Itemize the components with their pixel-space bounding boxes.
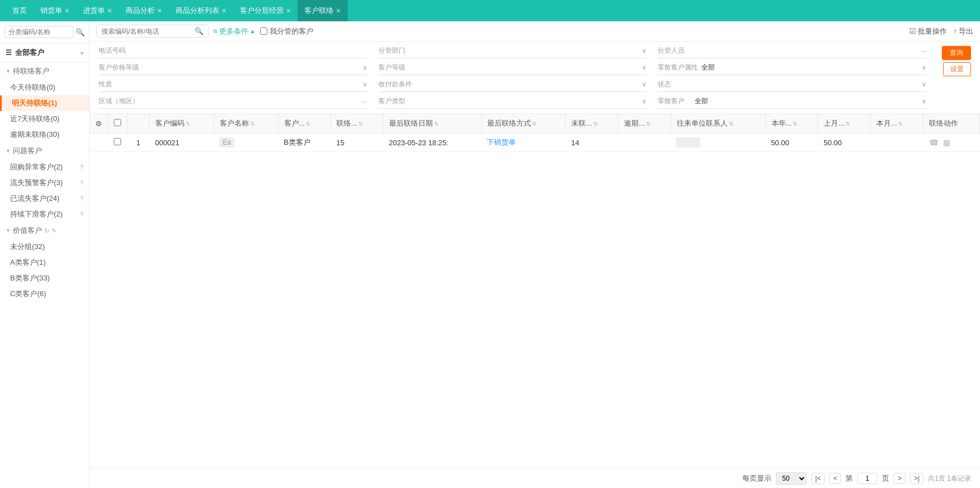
sidebar-item-tomorrow[interactable]: 明天待联络(1) bbox=[0, 95, 89, 111]
adv-customer-level-input[interactable] bbox=[415, 64, 640, 72]
sidebar-all-customers[interactable]: ☰ 全部客户 « bbox=[0, 43, 89, 63]
col-overdue[interactable]: 逾期...⇅ bbox=[618, 114, 671, 133]
repurchase-help-icon[interactable]: ? bbox=[80, 164, 84, 171]
adv-region-input[interactable] bbox=[142, 98, 359, 105]
col-last-date-sort[interactable]: ⇅ bbox=[434, 121, 438, 127]
col-name[interactable]: 客户名称⇅ bbox=[214, 114, 278, 133]
page-input[interactable] bbox=[857, 473, 877, 484]
col-contact-person[interactable]: 往来单位联系人⇅ bbox=[671, 114, 765, 133]
sidebar-item-repurchase[interactable]: 回购异常客户(2) ? bbox=[0, 159, 89, 175]
value-refresh-icon[interactable]: ↻ bbox=[44, 227, 49, 234]
sidebar-collapse-icon[interactable]: « bbox=[80, 49, 84, 56]
nav-purchase-close[interactable]: ✕ bbox=[107, 7, 112, 15]
adv-scatter-customer-arrow[interactable]: ∨ bbox=[922, 98, 926, 105]
row-last-method-link[interactable]: 下销货单 bbox=[487, 138, 516, 146]
adv-manager-input[interactable] bbox=[695, 47, 918, 55]
sidebar-search-icon[interactable]: 🔍 bbox=[76, 28, 85, 36]
col-last-method[interactable]: 最后联络方式⇅ bbox=[481, 114, 566, 133]
sidebar-section-pending[interactable]: 待联络客户 bbox=[0, 63, 89, 80]
value-edit-icon[interactable]: ✎ bbox=[52, 227, 57, 234]
action-contact-icon[interactable]: ☎ bbox=[929, 138, 939, 147]
action-more-icon[interactable]: ▦ bbox=[943, 138, 950, 147]
my-customer-checkbox-area[interactable]: 我分管的客户 bbox=[260, 26, 313, 36]
sidebar-item-class-c[interactable]: C类客户(6) bbox=[0, 286, 89, 302]
adv-phone-input[interactable] bbox=[136, 47, 367, 55]
col-type[interactable]: 客户...⇅ bbox=[278, 114, 331, 133]
nav-sales-close[interactable]: ✕ bbox=[64, 7, 70, 15]
churn-warn-help-icon[interactable]: ? bbox=[80, 179, 84, 186]
col-this-month[interactable]: 本月...⇅ bbox=[871, 114, 923, 133]
adv-manager-dots[interactable]: ··· bbox=[921, 47, 926, 55]
col-name-sort[interactable]: ⇅ bbox=[250, 121, 255, 127]
col-uncontact[interactable]: 未联...⇅ bbox=[566, 114, 618, 133]
adv-payment-input[interactable] bbox=[415, 81, 640, 89]
sidebar-item-overdue[interactable]: 逾期未联络(30) bbox=[0, 127, 89, 142]
more-filter-button[interactable]: ≡ 更多条件 ▲ bbox=[213, 26, 256, 36]
nav-customer-contact[interactable]: 客户联络 ✕ bbox=[298, 0, 348, 21]
sidebar-section-problem[interactable]: 问题客户 bbox=[0, 142, 89, 159]
settings-button[interactable]: 设置 bbox=[943, 62, 971, 76]
col-contact-count[interactable]: 联络...⇅ bbox=[331, 114, 383, 133]
adv-customer-type-input[interactable] bbox=[415, 98, 640, 105]
col-last-month-sort[interactable]: ⇅ bbox=[845, 121, 850, 127]
sidebar-item-class-a[interactable]: A类客户(1) bbox=[0, 255, 89, 270]
adv-nature-arrow[interactable]: ∨ bbox=[363, 81, 367, 88]
next-page-btn[interactable]: > bbox=[894, 473, 905, 484]
row-checkbox-0[interactable] bbox=[114, 138, 121, 145]
col-last-month[interactable]: 上月...⇅ bbox=[818, 114, 871, 133]
query-button[interactable]: 查询 bbox=[942, 46, 971, 60]
my-customer-checkbox[interactable] bbox=[260, 27, 267, 35]
adv-customer-type-arrow[interactable]: ∨ bbox=[642, 98, 646, 105]
prev-page-btn[interactable]: < bbox=[829, 473, 841, 484]
nav-sales[interactable]: 销货单 ✕ bbox=[34, 0, 76, 21]
nav-product-analysis-list-close[interactable]: ✕ bbox=[221, 7, 226, 15]
adv-price-level-arrow[interactable]: ∨ bbox=[363, 64, 367, 71]
col-contact-person-sort[interactable]: ⇅ bbox=[729, 121, 733, 127]
sidebar-item-churn-warn[interactable]: 流失预警客户(3) ? bbox=[0, 175, 89, 191]
col-last-method-sort[interactable]: ⇅ bbox=[532, 121, 537, 127]
col-code[interactable]: 客户编码⇅ bbox=[150, 114, 214, 133]
export-button[interactable]: ↑ 导出 bbox=[954, 26, 974, 36]
sidebar-item-churned[interactable]: 已流失客户(24) ? bbox=[0, 191, 89, 206]
batch-ops-button[interactable]: ☑ 批量操作 bbox=[909, 26, 947, 36]
nav-customer-tier-close[interactable]: ✕ bbox=[286, 7, 291, 15]
nav-product-analysis-list[interactable]: 商品分析列表 ✕ bbox=[169, 0, 233, 21]
adv-price-level-input[interactable] bbox=[142, 64, 360, 72]
nav-product-analysis[interactable]: 商品分析 ✕ bbox=[119, 0, 169, 21]
col-uncontact-sort[interactable]: ⇅ bbox=[593, 121, 598, 127]
adv-dept-input[interactable] bbox=[415, 47, 640, 55]
col-check[interactable] bbox=[108, 114, 127, 133]
adv-status-arrow[interactable]: ∨ bbox=[922, 81, 926, 88]
sidebar-item-ungrouped[interactable]: 未分组(32) bbox=[0, 239, 89, 255]
nav-customer-contact-close[interactable]: ✕ bbox=[336, 7, 341, 15]
col-contact-count-sort[interactable]: ⇅ bbox=[358, 121, 363, 127]
adv-scatter-attr-arrow[interactable]: ∨ bbox=[922, 64, 926, 71]
last-page-btn[interactable]: >| bbox=[910, 473, 923, 484]
select-all-checkbox[interactable] bbox=[114, 119, 121, 126]
adv-customer-level-arrow[interactable]: ∨ bbox=[642, 64, 646, 71]
search-input[interactable] bbox=[101, 27, 192, 35]
col-type-sort[interactable]: ⇅ bbox=[306, 121, 310, 127]
col-last-date[interactable]: 最后联络日期⇅ bbox=[383, 114, 482, 133]
nav-customer-tier[interactable]: 客户分层经营 ✕ bbox=[233, 0, 298, 21]
col-this-year[interactable]: 本年...⇅ bbox=[765, 114, 818, 133]
adv-dept-arrow[interactable]: ∨ bbox=[642, 47, 646, 54]
col-this-year-sort[interactable]: ⇅ bbox=[793, 121, 797, 127]
col-gear[interactable]: ⚙ bbox=[90, 114, 108, 133]
nav-home[interactable]: 首页 bbox=[6, 0, 34, 21]
sidebar-search-input[interactable] bbox=[4, 26, 73, 38]
row-check[interactable] bbox=[108, 133, 127, 152]
col-code-sort[interactable]: ⇅ bbox=[186, 121, 190, 127]
sidebar-item-declining[interactable]: 持续下滑客户(2) ? bbox=[0, 206, 89, 222]
sidebar-item-today[interactable]: 今天待联络(0) bbox=[0, 80, 89, 95]
adv-status-input[interactable] bbox=[695, 81, 919, 89]
churned-help-icon[interactable]: ? bbox=[80, 195, 84, 202]
col-this-month-sort[interactable]: ⇅ bbox=[898, 121, 903, 127]
nav-purchase[interactable]: 进货单 ✕ bbox=[76, 0, 119, 21]
adv-region-dots[interactable]: ··· bbox=[362, 98, 367, 105]
first-page-btn[interactable]: |< bbox=[811, 473, 825, 484]
per-page-select[interactable]: 50 100 200 bbox=[776, 472, 807, 485]
adv-nature-input[interactable] bbox=[136, 81, 360, 89]
sidebar-item-class-b[interactable]: B类客户(33) bbox=[0, 270, 89, 286]
sidebar-item-7days[interactable]: 近7天待联络(0) bbox=[0, 111, 89, 127]
